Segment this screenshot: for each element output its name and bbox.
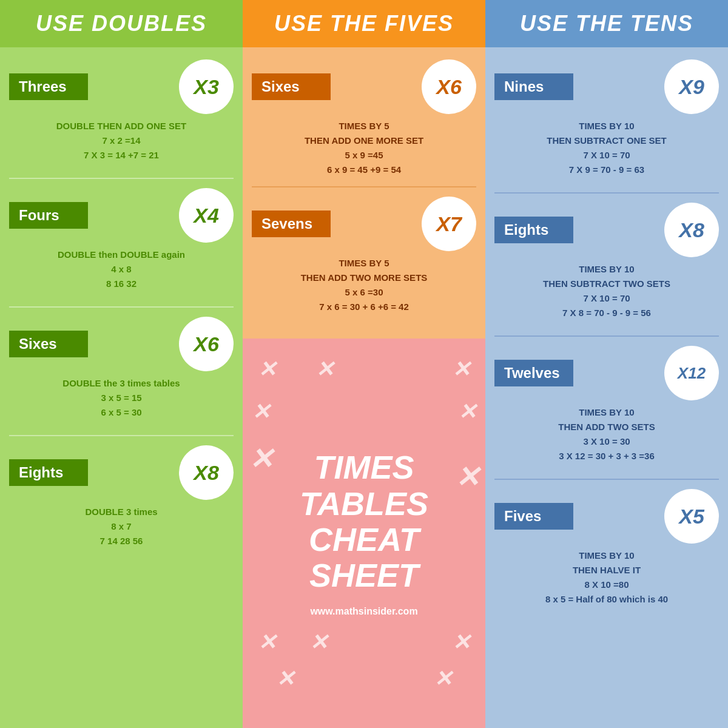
fives-section-sixes: Sixes X6 TIMES BY 5 THEN ADD ONE MORE SE… <box>252 59 476 177</box>
header-doubles-title: USE DOUBLES <box>36 11 207 36</box>
doubles-eights-desc: DOUBLE 3 times 8 x 7 7 14 28 56 <box>9 505 234 548</box>
header-tens-title: USE THE TENS <box>520 11 693 36</box>
header-fives-title: USE THE FIVES <box>274 11 454 36</box>
x-deco-6: ✕ <box>258 630 276 655</box>
doubles-sixes-circle-text: X6 <box>194 332 219 356</box>
tens-nines-circle: X9 <box>664 59 719 114</box>
doubles-fours-circle: X4 <box>179 188 234 243</box>
tens-section-nines: Nines X9 TIMES BY 10 THEN SUBTRACT ONE S… <box>494 59 719 177</box>
tens-eights-label: Eights <box>494 217 573 243</box>
tens-fives-circle: X5 <box>664 489 719 544</box>
tens-section-fives: Fives X5 TIMES BY 10 THEN HALVE IT 8 X 1… <box>494 489 719 607</box>
x-deco-5: ✕ <box>458 399 476 425</box>
tens-twelves-circle-text: X12 <box>678 364 706 383</box>
header-fives: USE THE FIVES <box>243 0 485 47</box>
x-deco-1: ✕ <box>258 357 276 382</box>
doubles-threes-desc: DOUBLE THEN ADD ONE SET 7 x 2 =14 7 X 3 … <box>9 119 234 163</box>
doubles-eights-circle-text: X8 <box>194 461 219 485</box>
x-deco-9: ✕ <box>276 666 294 692</box>
x-deco-8: ✕ <box>452 630 470 655</box>
doubles-section-sixes: Sixes X6 DOUBLE the 3 times tables 3 x 5… <box>9 317 234 420</box>
col-fives: Sixes X6 TIMES BY 5 THEN ADD ONE MORE SE… <box>243 47 485 728</box>
tens-section-eights: Eights X8 TIMES BY 10 THEN SUBTRACT TWO … <box>494 203 719 320</box>
tens-nines-circle-text: X9 <box>679 75 704 99</box>
tens-twelves-label: Twelves <box>494 360 573 386</box>
doubles-section-eights: Eights X8 DOUBLE 3 times 8 x 7 7 14 28 5… <box>9 445 234 548</box>
tens-fives-circle-text: X5 <box>679 505 704 528</box>
tens-section-twelves: Twelves X12 TIMES BY 10 THEN ADD TWO SET… <box>494 346 719 463</box>
website-label: www.mathsinsider.com <box>310 606 417 617</box>
fives-sevens-desc: TIMES BY 5 THEN ADD TWO MORE SETS 5 x 6 … <box>252 256 476 314</box>
tens-eights-circle: X8 <box>664 203 719 257</box>
header-doubles: USE DOUBLES <box>0 0 243 47</box>
doubles-sixes-desc: DOUBLE the 3 times tables 3 x 5 = 15 6 x… <box>9 376 234 420</box>
fives-sevens-circle: X7 <box>422 197 476 251</box>
col-tens: Nines X9 TIMES BY 10 THEN SUBTRACT ONE S… <box>485 47 728 728</box>
fives-sixes-circle-text: X6 <box>436 75 462 99</box>
doubles-fours-label: Fours <box>9 202 88 229</box>
tens-fives-desc: TIMES BY 10 THEN HALVE IT 8 X 10 =80 8 x… <box>494 548 719 607</box>
x-deco-3: ✕ <box>452 357 470 382</box>
x-deco-10: ✕ <box>434 666 452 692</box>
doubles-fours-circle-text: X4 <box>194 204 219 228</box>
doubles-section-fours: Fours X4 DOUBLE then DOUBLE again 4 x 8 … <box>9 188 234 291</box>
main-container: USE DOUBLES USE THE FIVES USE THE TENS T… <box>0 0 728 728</box>
x-deco-7: ✕ <box>309 630 328 655</box>
fives-sevens-circle-text: X7 <box>436 212 462 236</box>
cheat-sheet-title: TIMES TABLES CHEAT SHEET <box>300 450 428 594</box>
fives-sixes-desc: TIMES BY 5 THEN ADD ONE MORE SET 5 x 9 =… <box>252 119 476 177</box>
doubles-threes-label: Threes <box>9 73 88 100</box>
fives-sixes-label: Sixes <box>252 73 331 100</box>
tens-twelves-desc: TIMES BY 10 THEN ADD TWO SETS 3 X 10 = 3… <box>494 405 719 463</box>
x-deco-12: ✕ <box>455 460 479 494</box>
fives-sevens-label: Sevens <box>252 211 331 237</box>
doubles-threes-circle-text: X3 <box>194 75 219 99</box>
doubles-sixes-circle: X6 <box>179 317 234 371</box>
tens-twelves-circle: X12 <box>664 346 719 400</box>
col-doubles: Threes X3 DOUBLE THEN ADD ONE SET 7 x 2 … <box>0 47 243 728</box>
x-deco-2: ✕ <box>315 357 334 382</box>
x-deco-11: ✕ <box>249 442 273 476</box>
doubles-eights-label: Eights <box>9 459 88 486</box>
tens-fives-label: Fives <box>494 503 573 530</box>
tens-nines-label: Nines <box>494 73 573 100</box>
fives-section-sevens: Sevens X7 TIMES BY 5 THEN ADD TWO MORE S… <box>252 197 476 314</box>
header-tens: USE THE TENS <box>485 0 728 47</box>
doubles-section-threes: Threes X3 DOUBLE THEN ADD ONE SET 7 x 2 … <box>9 59 234 163</box>
tens-nines-desc: TIMES BY 10 THEN SUBTRACT ONE SET 7 X 10… <box>494 119 719 177</box>
fives-sixes-circle: X6 <box>422 59 476 114</box>
tens-eights-circle-text: X8 <box>679 218 704 242</box>
doubles-threes-circle: X3 <box>179 59 234 114</box>
doubles-sixes-label: Sixes <box>9 331 88 357</box>
tens-eights-desc: TIMES BY 10 THEN SUBTRACT TWO SETS 7 X 1… <box>494 262 719 320</box>
doubles-eights-circle: X8 <box>179 445 234 500</box>
x-deco-4: ✕ <box>252 399 270 425</box>
cheat-sheet-panel: ✕ ✕ ✕ ✕ ✕ ✕ ✕ ✕ ✕ ✕ ✕ ✕ TIMES TABLES CHE… <box>243 339 485 728</box>
doubles-fours-desc: DOUBLE then DOUBLE again 4 x 8 8 16 32 <box>9 248 234 291</box>
